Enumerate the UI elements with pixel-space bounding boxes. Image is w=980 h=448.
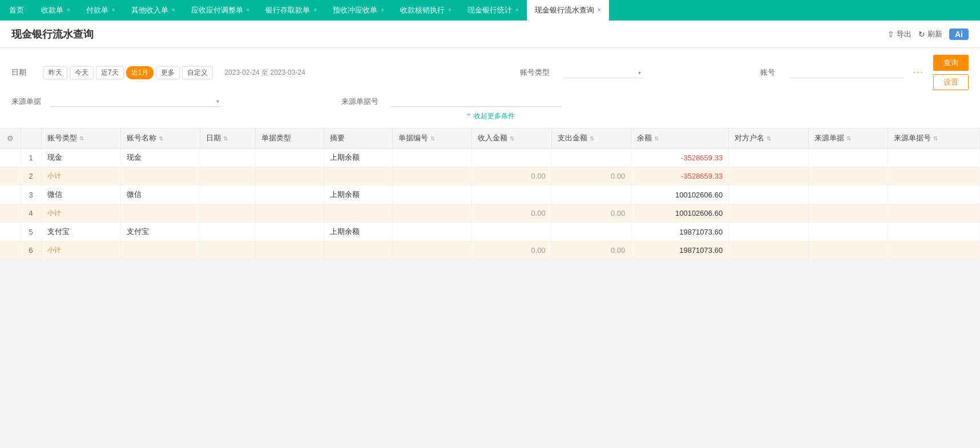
sort-icon-income: ⇅ bbox=[510, 135, 514, 142]
nav-tab-银行存取款单[interactable]: 银行存取款单× bbox=[257, 0, 325, 21]
col-header-account_type[interactable]: 账号类型⇅ bbox=[41, 128, 120, 148]
nav-tab-收款单[interactable]: 收款单× bbox=[33, 0, 78, 21]
table-row: 5支付宝支付宝上期余额19871073.60 bbox=[0, 223, 980, 241]
col-header-expense[interactable]: 支出金额⇅ bbox=[551, 128, 631, 148]
table-row: 3微信微信上期余额100102606.60 bbox=[0, 185, 980, 204]
sort-icon-date: ⇅ bbox=[223, 135, 228, 142]
cell-expense: 0.00 bbox=[551, 167, 631, 185]
date-btn-昨天[interactable]: 昨天 bbox=[43, 66, 67, 79]
cell-counterparty bbox=[729, 148, 808, 167]
cell-account_type: 小计 bbox=[41, 204, 120, 223]
nav-tab-现金银行流水查询[interactable]: 现金银行流水查询× bbox=[527, 0, 609, 21]
nav-tab-收款核销执行[interactable]: 收款核销执行× bbox=[392, 0, 459, 21]
col-header-date[interactable]: 日期⇅ bbox=[200, 128, 256, 148]
cell-doc_type bbox=[256, 204, 324, 223]
cell-income: 0.00 bbox=[472, 204, 551, 223]
cell-gear bbox=[0, 223, 21, 241]
date-btn-今天[interactable]: 今天 bbox=[70, 66, 94, 79]
col-header-account_name[interactable]: 账号名称⇅ bbox=[120, 128, 200, 148]
cell-doc_number bbox=[392, 148, 471, 167]
col-header-income[interactable]: 收入金额⇅ bbox=[472, 128, 551, 148]
cell-summary bbox=[324, 241, 393, 260]
col-header-source_doc[interactable]: 来源单据⇅ bbox=[808, 128, 888, 148]
cell-account_type: 现金 bbox=[41, 148, 120, 167]
col-header-source_doc_num[interactable]: 来源单据号⇅ bbox=[888, 128, 980, 148]
nav-tab-其他收入单[interactable]: 其他收入单× bbox=[123, 0, 183, 21]
subtotal-label: 小计 bbox=[47, 209, 61, 217]
col-header-balance[interactable]: 余额⇅ bbox=[631, 128, 729, 148]
source-doc-label: 来源单据 bbox=[11, 96, 41, 107]
cell-doc_type bbox=[256, 223, 324, 241]
cell-idx: 1 bbox=[21, 148, 41, 167]
nav-tab-付款单[interactable]: 付款单× bbox=[78, 0, 123, 21]
query-button[interactable]: 查询 bbox=[933, 55, 969, 71]
date-btn-更多[interactable]: 更多 bbox=[156, 66, 180, 79]
close-tab-icon[interactable]: × bbox=[247, 0, 250, 21]
cell-account_type: 支付宝 bbox=[41, 223, 120, 241]
date-btn-近1月[interactable]: 近1月 bbox=[126, 66, 154, 79]
table-row: 1现金现金上期余额-3528659.33 bbox=[0, 148, 980, 167]
close-tab-icon[interactable]: × bbox=[381, 0, 384, 21]
account-dots-button[interactable]: ··· bbox=[913, 67, 924, 78]
cell-doc_type bbox=[256, 241, 324, 260]
cell-summary bbox=[324, 204, 393, 223]
source-doc-select[interactable] bbox=[50, 96, 221, 107]
table-row: 6小计0.000.0019871073.60 bbox=[0, 241, 980, 260]
refresh-icon: ↻ bbox=[918, 30, 925, 39]
close-tab-icon[interactable]: × bbox=[515, 0, 519, 21]
date-btn-近7天[interactable]: 近7天 bbox=[96, 66, 124, 79]
close-tab-icon[interactable]: × bbox=[313, 0, 317, 21]
gear-icon[interactable]: ⚙ bbox=[7, 134, 14, 143]
cell-idx: 5 bbox=[21, 223, 41, 241]
cell-expense bbox=[551, 185, 631, 204]
cell-gear bbox=[0, 167, 21, 185]
close-tab-icon[interactable]: × bbox=[172, 0, 175, 21]
cell-source_doc bbox=[808, 241, 888, 260]
export-button[interactable]: ⇧ 导出 bbox=[888, 29, 912, 39]
nav-tab-预收冲应收单[interactable]: 预收冲应收单× bbox=[325, 0, 392, 21]
cell-income: 0.00 bbox=[472, 241, 551, 260]
cell-date bbox=[200, 204, 256, 223]
filter-area: 日期 昨天今天近7天近1月更多自定义 2023-02-24 至 2023-03-… bbox=[0, 48, 980, 128]
cell-summary bbox=[324, 167, 393, 185]
date-btn-自定义[interactable]: 自定义 bbox=[182, 66, 213, 79]
close-tab-icon[interactable]: × bbox=[448, 0, 451, 21]
settings-button[interactable]: 设置 bbox=[933, 74, 969, 90]
close-tab-icon[interactable]: × bbox=[67, 0, 70, 21]
cell-doc_number bbox=[392, 241, 471, 260]
nav-tab-现金银行统计[interactable]: 现金银行统计× bbox=[459, 0, 527, 21]
cell-source_doc bbox=[808, 148, 888, 167]
account-label: 账号 bbox=[760, 67, 781, 78]
cell-source_doc bbox=[808, 204, 888, 223]
cell-summary: 上期余额 bbox=[324, 148, 393, 167]
cell-income bbox=[472, 185, 551, 204]
close-tab-icon[interactable]: × bbox=[112, 0, 115, 21]
cell-date bbox=[200, 185, 256, 204]
cell-source_doc bbox=[808, 223, 888, 241]
ai-button[interactable]: Ai bbox=[949, 29, 969, 40]
cell-doc_number bbox=[392, 223, 471, 241]
cell-expense: 0.00 bbox=[551, 204, 631, 223]
col-header-counterparty[interactable]: 对方户名⇅ bbox=[729, 128, 808, 148]
subtotal-label: 小计 bbox=[47, 246, 61, 254]
account-type-select[interactable]: 现金 微信 支付宝 bbox=[563, 67, 643, 78]
nav-home[interactable]: 首页 bbox=[0, 0, 33, 21]
cell-date bbox=[200, 148, 256, 167]
top-nav: 首页 收款单×付款单×其他收入单×应收应付调整单×银行存取款单×预收冲应收单×收… bbox=[0, 0, 980, 21]
cell-source_doc_num bbox=[888, 167, 980, 185]
cell-date bbox=[200, 223, 256, 241]
cell-income: 0.00 bbox=[472, 167, 551, 185]
account-input[interactable] bbox=[790, 67, 904, 78]
col-header-idx bbox=[21, 128, 41, 148]
nav-tab-应收应付调整单[interactable]: 应收应付调整单× bbox=[183, 0, 258, 21]
col-header-doc_number[interactable]: 单据编号⇅ bbox=[392, 128, 471, 148]
cell-account_name: 支付宝 bbox=[120, 223, 200, 241]
source-doc-num-input[interactable] bbox=[390, 96, 562, 107]
close-tab-icon[interactable]: × bbox=[598, 0, 601, 21]
collapse-button[interactable]: ⌃ 收起更多条件 bbox=[466, 111, 515, 121]
refresh-button[interactable]: ↻ 刷新 bbox=[918, 29, 942, 39]
cell-counterparty bbox=[729, 185, 808, 204]
cell-balance: 100102606.60 bbox=[631, 185, 729, 204]
cell-doc_number bbox=[392, 167, 471, 185]
cell-source_doc bbox=[808, 167, 888, 185]
